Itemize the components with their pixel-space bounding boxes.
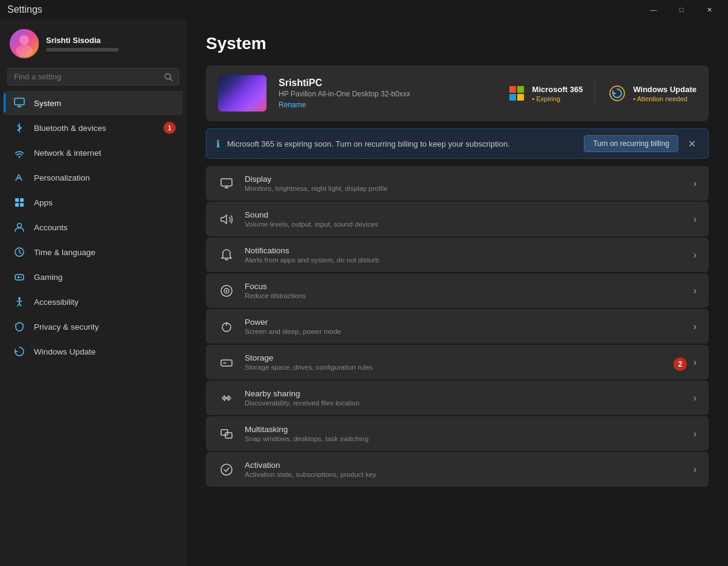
user-email-bar [46,48,119,52]
sound-title: Sound [245,210,684,219]
notification-text: Microsoft 365 is expiring soon. Turn on … [227,139,577,148]
display-title: Display [245,175,684,184]
sidebar-item-label-network: Network & internet [34,148,101,158]
sidebar-item-gaming[interactable]: Gaming [4,265,183,289]
accessibility-icon [13,296,25,308]
settings-item-display[interactable]: Display Monitors, brightness, night ligh… [206,166,709,201]
multitasking-text: Multitasking Snap windows, desktops, tas… [245,425,684,442]
update-icon [13,345,25,358]
search-input[interactable] [14,72,159,81]
sidebar-item-label-accessibility: Accessibility [34,298,79,307]
page-title: System [206,34,709,53]
titlebar-controls: — □ ✕ [640,0,723,19]
user-section: Srishti Sisodia [0,19,187,65]
svg-point-2 [16,45,33,57]
sidebar-item-windows-update[interactable]: Windows Update [4,339,183,364]
pc-thumbnail [218,75,266,112]
pc-card: SrishtiPC HP Pavilion All-in-One Desktop… [206,65,709,121]
minimize-button[interactable]: — [640,0,667,19]
nav-menu: System Bluetooth & devices 1 [0,90,187,364]
search-box[interactable] [7,68,179,85]
user-info: Srishti Sisodia [46,36,119,52]
settings-item-nearby-sharing[interactable]: Nearby sharing Discoverability, received… [206,381,709,415]
turn-on-billing-button[interactable]: Turn on recurring billing [584,135,678,152]
activation-arrow: › [693,464,697,475]
display-text: Display Monitors, brightness, night ligh… [245,175,684,192]
privacy-icon [13,321,25,333]
svg-rect-13 [15,203,19,207]
main-content: System SrishtiPC HP Pavilion All-in-One … [187,19,728,566]
sidebar-item-label-bluetooth: Bluetooth & devices [34,124,106,133]
settings-list: Display Monitors, brightness, night ligh… [206,166,709,487]
ms365-name: Microsoft 365 [532,85,583,94]
pc-info: SrishtiPC HP Pavilion All-in-One Desktop… [279,78,495,110]
svg-rect-12 [20,198,24,202]
storage-arrow: › [693,357,697,368]
accounts-icon [13,221,25,233]
sidebar-item-label-privacy: Privacy & security [34,322,99,331]
time-icon [13,246,25,258]
settings-item-activation[interactable]: Activation Activation state, subscriptio… [206,452,709,487]
sidebar-item-time[interactable]: Time & language [4,240,183,264]
svg-point-39 [221,464,232,475]
storage-desc: Storage space, drives, configuration rul… [245,364,684,371]
sidebar-item-label-time: Time & language [34,248,96,257]
pc-services: Microsoft 365 • Expiring [507,81,697,105]
network-icon [13,147,25,159]
app-body: Srishti Sisodia [0,19,728,566]
close-button[interactable]: ✕ [695,0,723,19]
notifications-desc: Alerts from apps and system, do not dist… [245,256,684,264]
search-icon [164,73,173,81]
activation-desc: Activation state, subscriptions, product… [245,471,684,478]
storage-text: Storage Storage space, drives, configura… [245,353,684,371]
sidebar-item-personalization[interactable]: Personalization [4,165,183,190]
focus-icon [218,282,235,299]
svg-rect-11 [15,198,19,202]
badge-1: 1 [164,122,176,134]
titlebar-left: Settings [7,4,42,15]
ms365-status: • Expiring [532,95,583,102]
sidebar-item-accounts[interactable]: Accounts [4,215,183,239]
multitasking-title: Multitasking [245,425,684,434]
sidebar-item-label-apps: Apps [34,198,53,207]
focus-arrow: › [693,285,697,296]
dismiss-notification-button[interactable]: ✕ [686,138,698,150]
display-desc: Monitors, brightness, night light, displ… [245,185,684,192]
power-text: Power Screen and sleep, power mode [245,318,684,335]
sidebar-item-network[interactable]: Network & internet [4,141,183,165]
settings-item-storage[interactable]: Storage Storage space, drives, configura… [206,345,709,379]
sidebar-item-privacy[interactable]: Privacy & security [4,315,183,339]
svg-point-20 [21,277,22,278]
settings-item-notifications[interactable]: Notifications Alerts from apps and syste… [206,238,709,272]
multitasking-icon [218,425,235,442]
avatar [10,29,39,58]
svg-rect-5 [15,98,24,105]
settings-item-sound[interactable]: Sound Volume levels, output, input, soun… [206,202,709,236]
sidebar-item-label-accounts: Accounts [34,223,68,232]
sidebar-item-bluetooth[interactable]: Bluetooth & devices 1 [4,116,183,140]
focus-text: Focus Reduce distractions [245,282,684,299]
settings-item-multitasking[interactable]: Multitasking Snap windows, desktops, tas… [206,416,709,451]
pc-model: HP Pavilion All-in-One Desktop 32-b0xxx [279,90,495,98]
settings-item-power[interactable]: Power Screen and sleep, power mode › [206,309,709,344]
svg-rect-35 [221,360,232,366]
notifications-icon [218,247,235,264]
nearby-title: Nearby sharing [245,389,684,398]
activation-icon [218,461,235,478]
rename-link[interactable]: Rename [279,101,306,109]
settings-item-focus[interactable]: Focus Reduce distractions › [206,273,709,308]
titlebar: Settings — □ ✕ [0,0,728,19]
titlebar-title: Settings [7,4,42,15]
sidebar-item-accessibility[interactable]: Accessibility [4,290,183,314]
badge-2: 2 [673,358,687,371]
sidebar-item-label-personalization: Personalization [34,173,90,182]
sidebar-item-apps[interactable]: Apps [4,190,183,215]
notification-bar: ℹ Microsoft 365 is expiring soon. Turn o… [206,128,709,159]
separator [595,81,595,105]
svg-rect-14 [20,203,24,207]
sidebar-item-system[interactable]: System [4,91,183,115]
sound-desc: Volume levels, output, input, sound devi… [245,221,684,228]
maximize-button[interactable]: □ [667,0,695,19]
power-desc: Screen and sleep, power mode [245,328,684,335]
multitasking-arrow: › [693,428,697,439]
